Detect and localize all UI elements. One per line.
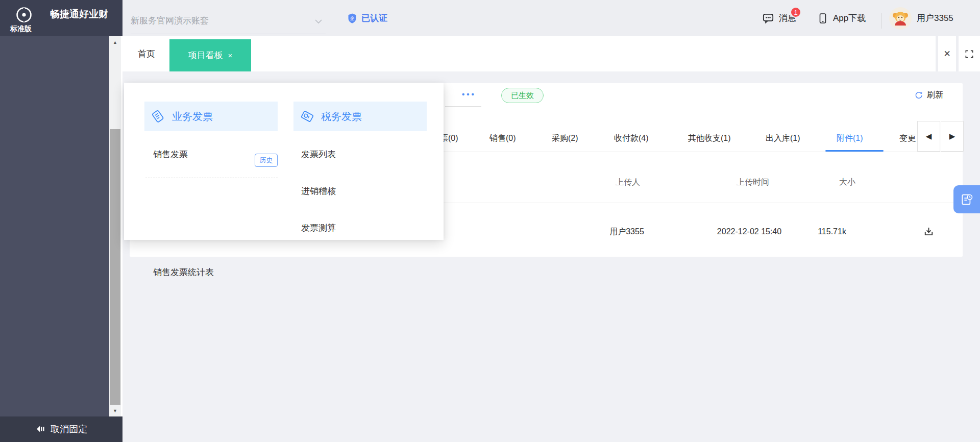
active-tab-underline [825,150,884,152]
shield-icon: 企 [346,12,358,24]
fullscreen-button[interactable] [959,36,980,71]
fullscreen-icon [964,49,974,59]
menu-group-title: 税务发票 [321,110,362,124]
cell-size: 115.71k [818,223,846,240]
section-divider [445,106,481,107]
unpin-button[interactable]: 取消固定 [0,416,122,442]
refresh-label: 刷新 [927,90,943,101]
document-clock-icon [960,192,974,207]
refresh-icon [914,90,924,101]
col-header-uploader: 上传人 [616,174,640,191]
avatar[interactable] [889,7,912,30]
messages-button[interactable]: 消息 [762,0,796,36]
col-header-size: 大小 [839,174,855,191]
tax-invoice-icon [300,109,315,124]
refresh-button[interactable]: 刷新 [914,90,943,101]
brand-logo-icon [14,5,34,24]
verified-label: 已认证 [361,12,387,24]
detail-tab-attachments[interactable]: 附件(1) [837,125,863,152]
menu-dashed-divider [145,178,278,178]
detail-tab-other[interactable]: 其他收支(1) [688,125,731,152]
tabs-scroll-left-button[interactable]: ◀ [917,121,940,152]
app-download-label: App下载 [833,12,866,24]
tab-project-board-label: 项目看板 [188,50,223,61]
detail-tabs-border [439,152,963,152]
menu-group-title: 业务发票 [172,110,213,124]
app-root: 新服务官网演示账套 企 已认证 消息 1 App下载 [0,0,980,442]
col-header-time: 上传时间 [737,174,769,191]
status-badge: 已生效 [501,88,544,103]
verified-badge: 企 已认证 [346,0,387,36]
scrollbar-thumb[interactable] [110,129,120,405]
messages-count-badge: 1 [790,7,801,18]
tab-home[interactable]: 首页 [129,36,164,71]
download-button[interactable] [922,225,936,239]
sidebar-scrollbar[interactable]: ▲ ▼ [109,36,121,416]
account-selector-value: 新服务官网演示账套 [131,9,209,33]
left-arrow-icon: ◀ [926,132,932,141]
close-icon: ✕ [943,48,950,59]
right-arrow-icon: ▶ [949,132,955,141]
business-invoice-icon [151,109,166,124]
detail-tab-stock[interactable]: 出入库(1) [766,125,800,152]
cell-time: 2022-12-02 15:40 [717,223,781,240]
scroll-down-icon[interactable]: ▼ [109,405,121,416]
menu-group-business-invoice: 业务发票 [144,102,278,131]
invoice-menu-panel: 业务发票 税务发票 销售发票 历史 销售发票统计表 发票列表 进销稽核 发票测算 [124,83,444,240]
detail-tab-payments[interactable]: 收付款(4) [614,125,649,152]
username[interactable]: 用户3355 [917,0,953,36]
collapse-pin-icon [35,424,46,435]
tab-project-board[interactable]: 项目看板 × [169,39,251,71]
status-badge-label: 已生效 [511,91,534,101]
detail-tab-purchase[interactable]: 采购(2) [552,125,578,152]
detail-tab-changes[interactable]: 变更 [899,125,916,152]
topbar-divider [881,13,882,29]
menu-group-tax-invoice: 税务发票 [293,102,427,131]
menu-item-invoice-calc[interactable]: 发票测算 [301,222,336,234]
sidebar-header: 畅捷通好业财 标准版 [0,0,122,36]
page-tab-bar [122,36,980,71]
phone-icon [817,12,829,24]
edge-log-button[interactable] [953,185,980,213]
close-page-button[interactable]: ✕ [938,36,956,71]
tab-close-icon[interactable]: × [228,51,233,60]
tab-home-label: 首页 [138,48,155,60]
message-bubble-icon [762,12,775,25]
more-actions-icon[interactable]: ••• [462,90,476,99]
tabs-scroll-right-button[interactable]: ▶ [941,121,964,152]
unpin-label: 取消固定 [51,423,87,435]
chevron-down-icon [312,15,325,28]
account-selector[interactable]: 新服务官网演示账套 [131,8,326,34]
scroll-up-icon[interactable]: ▲ [109,36,121,48]
menu-item-invoice-list[interactable]: 发票列表 [301,149,336,160]
edition-label: 标准版 [10,24,32,34]
svg-text:企: 企 [350,15,355,20]
username-label: 用户3355 [917,12,953,24]
sidebar [0,36,109,416]
menu-item-sales-invoice[interactable]: 销售发票 [153,149,188,160]
menu-item-sales-invoice-stats[interactable]: 销售发票统计表 [153,266,214,278]
brand-title: 畅捷通好业财 [50,8,108,21]
menu-item-purchase-sales-audit[interactable]: 进销稽核 [301,185,336,197]
detail-tab-sales[interactable]: 销售(0) [489,125,516,152]
history-tag[interactable]: 历史 [255,154,278,167]
download-icon [922,225,936,239]
app-download-button[interactable]: App下载 [817,0,866,36]
cell-uploader: 用户3355 [609,223,644,240]
